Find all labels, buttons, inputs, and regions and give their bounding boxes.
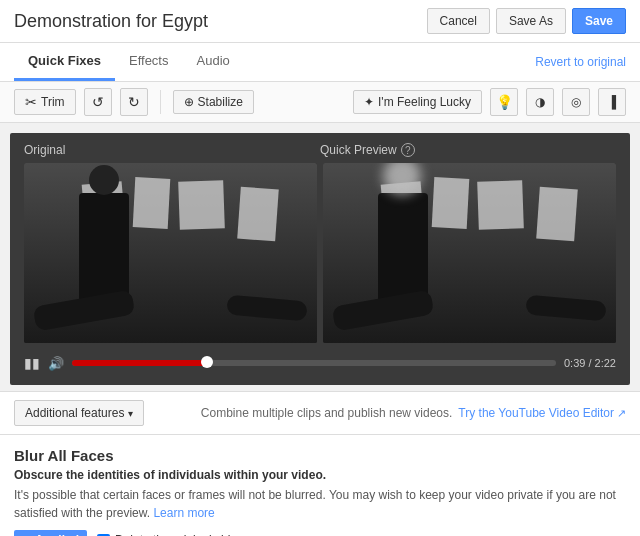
header-buttons: Cancel Save As Save: [427, 8, 626, 34]
external-link-icon: ↗: [617, 407, 626, 420]
preview-label: Quick Preview ?: [320, 143, 616, 157]
tabs: Quick Fixes Effects Audio: [14, 43, 244, 81]
blur-subtitle: Obscure the identities of individuals wi…: [14, 468, 626, 482]
trim-button[interactable]: ✂ Trim: [14, 89, 76, 115]
pause-button[interactable]: ▮▮: [24, 355, 40, 371]
feeling-lucky-button[interactable]: ✦ I'm Feeling Lucky: [353, 90, 482, 114]
yt-editor-row: Combine multiple clips and publish new v…: [201, 406, 626, 420]
applied-row: ✓ Applied Delete the original video: [14, 530, 626, 536]
progress-thumb: [201, 356, 213, 368]
blur-desc: It's possible that certain faces or fram…: [14, 486, 626, 522]
save-button[interactable]: Save: [572, 8, 626, 34]
preview-help-icon[interactable]: ?: [401, 143, 415, 157]
chevron-down-icon: ▾: [128, 408, 133, 419]
tabs-row: Quick Fixes Effects Audio Revert to orig…: [0, 43, 640, 82]
original-label: Original: [24, 143, 320, 157]
tab-audio[interactable]: Audio: [183, 43, 244, 81]
original-video-panel: [24, 163, 317, 343]
contrast-icon[interactable]: ◑: [526, 88, 554, 116]
revert-button[interactable]: Revert to original: [535, 55, 626, 69]
progress-bar[interactable]: [72, 360, 556, 366]
header: Demonstration for Egypt Cancel Save As S…: [0, 0, 640, 43]
video-labels: Original Quick Preview ?: [24, 143, 616, 157]
stabilize-button[interactable]: ⊕ Stabilize: [173, 90, 254, 114]
video-panels: [24, 163, 616, 343]
progress-fill: [72, 360, 208, 366]
toolbar: ✂ Trim ↺ ↻ ⊕ Stabilize ✦ I'm Feeling Luc…: [0, 82, 640, 123]
additional-features-button[interactable]: Additional features ▾: [14, 400, 144, 426]
preview-video-panel: [323, 163, 616, 343]
tab-quick-fixes[interactable]: Quick Fixes: [14, 43, 115, 81]
rotate-right-icon[interactable]: ↻: [120, 88, 148, 116]
scissors-icon: ✂: [25, 94, 37, 110]
toolbar-separator: [160, 90, 161, 114]
cancel-button[interactable]: Cancel: [427, 8, 490, 34]
brightness-icon[interactable]: 💡: [490, 88, 518, 116]
wand-icon: ✦: [364, 95, 374, 109]
learn-more-link[interactable]: Learn more: [153, 506, 214, 520]
bottom-bar: Additional features ▾ Combine multiple c…: [0, 391, 640, 435]
color-icon[interactable]: ▐: [598, 88, 626, 116]
time-display: 0:39 / 2:22: [564, 357, 616, 369]
yt-editor-link[interactable]: Try the YouTube Video Editor ↗: [458, 406, 626, 420]
page-title: Demonstration for Egypt: [14, 11, 208, 32]
tab-effects[interactable]: Effects: [115, 43, 183, 81]
blur-section: Blur All Faces Obscure the identities of…: [0, 435, 640, 536]
video-controls: ▮▮ 🔊 0:39 / 2:22: [24, 351, 616, 375]
applied-badge: ✓ Applied: [14, 530, 87, 536]
volume-button[interactable]: 🔊: [48, 356, 64, 371]
stabilize-icon: ⊕: [184, 95, 194, 109]
video-area: Original Quick Preview ?: [10, 133, 630, 385]
save-as-button[interactable]: Save As: [496, 8, 566, 34]
saturation-icon[interactable]: ◎: [562, 88, 590, 116]
combine-text: Combine multiple clips and publish new v…: [201, 406, 452, 420]
blur-title: Blur All Faces: [14, 447, 626, 464]
rotate-left-icon[interactable]: ↺: [84, 88, 112, 116]
